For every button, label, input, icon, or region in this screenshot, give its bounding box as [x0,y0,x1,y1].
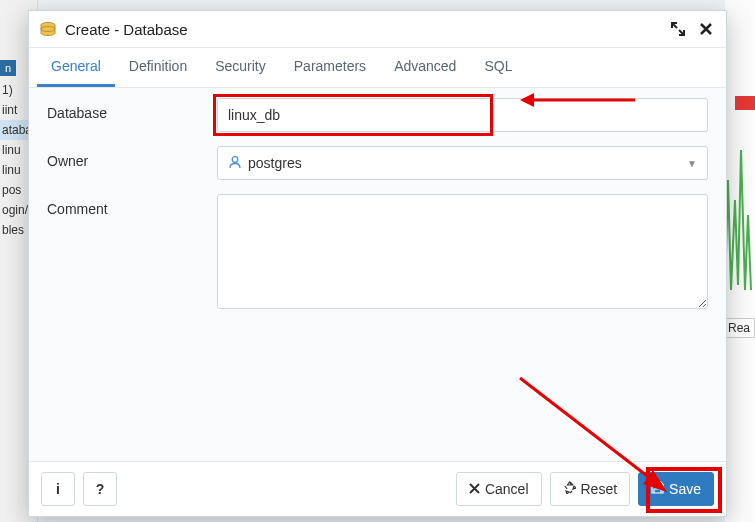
user-icon [228,155,242,172]
owner-label: Owner [47,146,207,169]
database-input[interactable] [217,98,708,132]
dialog-footer: i ? Cancel Reset Save [29,461,726,516]
save-label: Save [669,481,701,497]
comment-row: Comment [47,194,708,312]
help-button[interactable]: ? [83,472,117,506]
info-button[interactable]: i [41,472,75,506]
dialog-header: Create - Database [29,11,726,48]
tab-advanced[interactable]: Advanced [380,48,470,87]
owner-select[interactable]: postgres ▼ [217,146,708,180]
close-button[interactable] [696,19,716,39]
maximize-button[interactable] [668,19,688,39]
tab-parameters[interactable]: Parameters [280,48,380,87]
svg-point-2 [232,156,238,162]
form-body: Database Owner postgres ▼ Comment [29,88,726,461]
tab-security[interactable]: Security [201,48,280,87]
database-row: Database [47,98,708,132]
obscured-bar [735,96,755,110]
close-icon [469,481,480,497]
recycle-icon [563,481,576,497]
help-icon: ? [96,481,105,497]
reset-button[interactable]: Reset [550,472,631,506]
cancel-label: Cancel [485,481,529,497]
obscured-chart-area [725,0,755,522]
reset-label: Reset [581,481,618,497]
comment-textarea[interactable] [217,194,708,309]
owner-row: Owner postgres ▼ [47,146,708,180]
save-button[interactable]: Save [638,472,714,506]
chevron-down-icon: ▼ [687,158,697,169]
comment-label: Comment [47,194,207,217]
database-label: Database [47,98,207,121]
cancel-button[interactable]: Cancel [456,472,542,506]
info-icon: i [56,481,60,497]
tab-bar: General Definition Security Parameters A… [29,48,726,88]
owner-value: postgres [248,155,302,171]
tab-sql[interactable]: SQL [470,48,526,87]
tab-general[interactable]: General [37,48,115,87]
save-icon [651,481,664,497]
dialog-title: Create - Database [65,21,660,38]
tab-definition[interactable]: Definition [115,48,201,87]
database-icon [39,22,57,36]
create-database-dialog: Create - Database General Definition Sec… [28,10,727,517]
